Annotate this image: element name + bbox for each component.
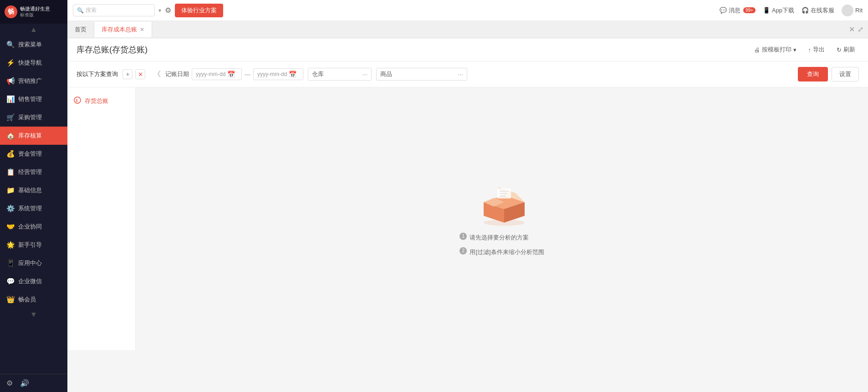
- user-profile[interactable]: Rit: [842, 5, 863, 16]
- sidebar-item-inventory[interactable]: 🏠 库存核算: [0, 127, 67, 145]
- sidebar-item-wechat[interactable]: 💬 企业微信: [0, 272, 67, 290]
- sidebar-item-sales[interactable]: 📊 销售管理: [0, 90, 67, 108]
- marketing-icon: 📢: [6, 77, 15, 85]
- sidebar-item-operation[interactable]: 📋 经营管理: [0, 163, 67, 181]
- filter-label: 按以下方案查询: [77, 70, 118, 78]
- print-btn-label: 按模板打印: [762, 46, 791, 54]
- filter-collapse-btn[interactable]: 《: [153, 70, 161, 79]
- industry-btn[interactable]: 体验行业方案: [175, 4, 223, 17]
- product-label: 商品: [380, 70, 392, 78]
- messages-badge: 99+: [743, 7, 756, 13]
- filter-add-btn[interactable]: ＋: [123, 69, 133, 79]
- avatar: [842, 5, 853, 16]
- tabs-bar: 首页 库存成本总账 ✕ ✕ ⤢: [67, 21, 868, 38]
- calendar-end-icon[interactable]: 📅: [289, 71, 296, 78]
- product-select[interactable]: 商品 ···: [376, 68, 467, 81]
- tab-home-label: 首页: [75, 25, 87, 34]
- member-icon: 👑: [6, 295, 15, 304]
- date-start-placeholder: yyyy-mm-dd: [196, 71, 225, 77]
- svg-text:$: $: [76, 98, 78, 103]
- export-btn[interactable]: ↑ 导出: [805, 44, 829, 56]
- print-icon: 🖨: [754, 46, 760, 53]
- empty-tip-2: 2 用[过滤]条件来缩小分析范围: [460, 246, 544, 258]
- search-menu-icon: 🔍: [6, 41, 15, 49]
- scroll-up-btn[interactable]: ▲: [0, 24, 67, 36]
- warehouse-ellipsis[interactable]: ···: [362, 71, 368, 78]
- print-chevron: ▾: [793, 46, 797, 53]
- date-start-input[interactable]: yyyy-mm-dd 📅: [192, 68, 242, 80]
- tip-num-2: 2: [460, 247, 467, 255]
- refresh-btn[interactable]: ↻ 刷新: [833, 44, 859, 56]
- messages-btn[interactable]: 💬 消息 99+: [720, 6, 756, 15]
- sidebar-item-basic[interactable]: 📁 基础信息: [0, 181, 67, 199]
- tab-home[interactable]: 首页: [67, 22, 94, 37]
- calendar-start-icon[interactable]: 📅: [227, 71, 235, 78]
- warehouse-label: 仓库: [312, 70, 324, 78]
- filter-bar: 按以下方案查询 ＋ ✕ 《 记账日期 yyyy-mm-dd 📅 — yyyy-m…: [67, 61, 868, 87]
- sidebar-item-label: 系统管理: [18, 204, 42, 213]
- sidebar-item-label: 采购管理: [18, 113, 42, 122]
- tab-inventory-cost[interactable]: 库存成本总账 ✕: [94, 22, 152, 37]
- sidebar-item-search-menu[interactable]: 🔍 搜索菜单: [0, 36, 67, 54]
- left-nav-item-inventory-ledger[interactable]: $ 存货总账: [67, 92, 135, 110]
- sidebar-item-label: 搜索菜单: [18, 41, 42, 49]
- sidebar: 畅 畅捷通好生意 标准版 ▲ 🔍 搜索菜单 ⚡ 快捷导航 📢 营销推广 📊 销售…: [0, 0, 67, 392]
- product-ellipsis[interactable]: ···: [458, 71, 463, 78]
- query-btn[interactable]: 查询: [798, 67, 828, 81]
- sidebar-item-member[interactable]: 👑 畅会员: [0, 290, 67, 309]
- sidebar-item-quick-nav[interactable]: ⚡ 快捷导航: [0, 54, 67, 72]
- enterprise-icon: 🤝: [6, 223, 15, 231]
- online-service-btn[interactable]: 🎧 在线客服: [802, 6, 834, 15]
- app-title: 畅捷通好生意: [20, 5, 50, 12]
- scroll-down-btn[interactable]: ▼: [0, 309, 67, 321]
- quick-nav-icon: ⚡: [6, 59, 15, 67]
- topbar-chevron-icon[interactable]: ▾: [158, 7, 161, 14]
- app-download-btn[interactable]: 📱 App下载: [763, 6, 794, 15]
- sidebar-item-label: 营销推广: [18, 77, 42, 85]
- sidebar-item-label: 资金管理: [18, 150, 42, 158]
- sidebar-item-purchase[interactable]: 🛒 采购管理: [0, 108, 67, 127]
- sidebar-item-label: 销售管理: [18, 95, 42, 103]
- sidebar-item-fund[interactable]: 💰 资金管理: [0, 145, 67, 163]
- sidebar-item-label: 经营管理: [18, 168, 42, 176]
- sidebar-item-system[interactable]: ⚙️ 系统管理: [0, 199, 67, 218]
- expand-icon[interactable]: ⤢: [858, 25, 863, 34]
- page-title: 库存总账(存货总账): [77, 44, 148, 55]
- topbar: 🔍 搜索 ▾ ⚙ 体验行业方案 💬 消息 99+ 📱 App下载 🎧 在线客服 …: [67, 0, 868, 21]
- sidebar-item-guide[interactable]: 🌟 新手引导: [0, 236, 67, 254]
- sidebar-item-marketing[interactable]: 📢 营销推广: [0, 72, 67, 90]
- filter-delete-btn[interactable]: ✕: [135, 69, 145, 79]
- app-center-icon: 📱: [6, 259, 15, 267]
- print-btn[interactable]: 🖨 按模板打印 ▾: [751, 44, 800, 56]
- sidebar-item-label: 库存核算: [18, 132, 42, 140]
- empty-illustration: [475, 177, 529, 223]
- sidebar-item-enterprise[interactable]: 🤝 企业协同: [0, 218, 67, 236]
- settings-icon[interactable]: ⚙: [6, 379, 13, 387]
- sidebar-item-label: 快捷导航: [18, 59, 42, 67]
- topbar-gear-icon[interactable]: ⚙: [165, 6, 171, 15]
- minimize-icon[interactable]: ✕: [849, 25, 855, 34]
- system-icon: ⚙️: [6, 204, 15, 213]
- audio-icon[interactable]: 🔊: [20, 379, 29, 387]
- empty-state: 1 请先选择要分析的方案 2 用[过滤]条件来缩小分析范围: [136, 87, 868, 350]
- sidebar-item-app-center[interactable]: 📱 应用中心: [0, 254, 67, 272]
- export-icon: ↑: [808, 46, 812, 53]
- user-name: Rit: [855, 7, 863, 14]
- tab-inventory-cost-label: 库存成本总账: [102, 25, 137, 34]
- tab-close-icon[interactable]: ✕: [140, 26, 144, 33]
- inventory-icon: 🏠: [6, 132, 15, 140]
- fund-icon: 💰: [6, 150, 15, 158]
- messages-label: 消息: [729, 6, 740, 15]
- sidebar-item-label: 企业微信: [18, 277, 42, 285]
- date-field-label: 记账日期: [165, 70, 189, 78]
- empty-tip-1: 1 请先选择要分析的方案: [460, 232, 544, 244]
- set-btn[interactable]: 设置: [832, 67, 859, 81]
- warehouse-select[interactable]: 仓库 ···: [308, 68, 372, 81]
- guide-icon: 🌟: [6, 241, 15, 249]
- date-end-input[interactable]: yyyy-mm-dd 📅: [253, 68, 303, 80]
- topbar-search-box[interactable]: 🔍 搜索: [73, 4, 155, 16]
- sidebar-item-label: 企业协同: [18, 223, 42, 231]
- sidebar-item-label: 畅会员: [18, 295, 36, 304]
- export-btn-label: 导出: [813, 46, 825, 54]
- message-icon: 💬: [720, 7, 727, 14]
